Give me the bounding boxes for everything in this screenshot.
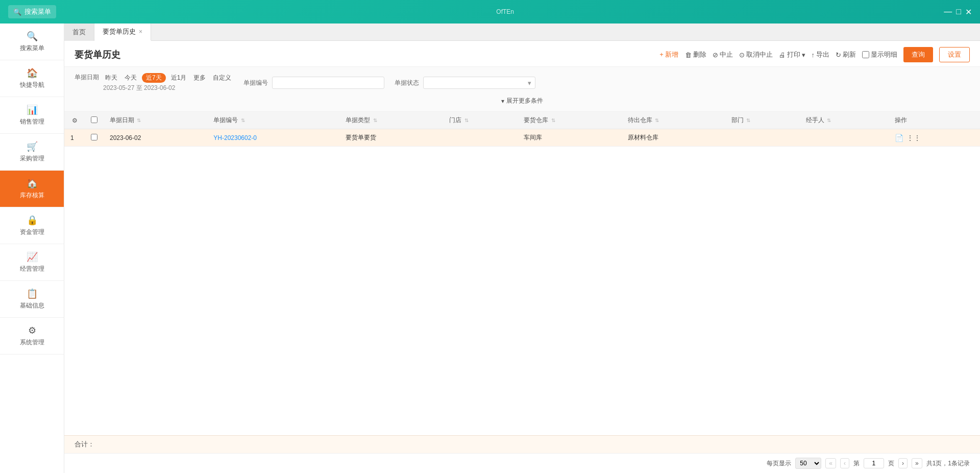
search-menu-icon: 🔍 [27,31,38,42]
bill-no-link[interactable]: YH-20230602-0 [213,134,257,141]
date-1month[interactable]: 近1月 [169,73,189,83]
col-dept-header: 部门 ⇅ [725,112,800,129]
tab-current[interactable]: 要货单历史 × [94,23,151,41]
sidebar-item-purchase[interactable]: 🛒 采购管理 [0,134,64,171]
expand-more-btn[interactable]: ▾ 展开更多条件 [75,97,970,105]
settings-icon[interactable]: ⚙ [72,117,78,124]
search-menu[interactable]: 🔍 搜索菜单 [8,5,56,18]
filter-area: 单据日期 昨天 今天 近7天 近1月 更多 自定义 2 [64,67,980,112]
export-button[interactable]: ↑ 导出 [812,50,830,59]
cancel-stop-icon: ⊙ [739,51,745,59]
sidebar-item-label: 库存核算 [20,191,44,200]
last-page-btn[interactable]: » [912,458,922,468]
window-controls: — □ ✕ [944,7,972,17]
home-icon: 🏠 [27,67,38,79]
export-icon: ↑ [812,51,815,59]
sidebar-item-inventory[interactable]: 🏠 库存核算 [0,171,64,207]
sidebar-item-label: 经营管理 [20,265,44,273]
table-row: 1 2023-06-02 YH-20230602-0 要货单要货 [64,129,980,147]
cancel-stop-button[interactable]: ⊙ 取消中止 [739,50,773,59]
row-handler [800,129,889,147]
footer-total: 合计： [64,435,980,453]
tab-home[interactable]: 首页 [64,23,94,41]
page-label: 第 [853,459,860,468]
date-7days[interactable]: 近7天 [142,73,166,83]
bill-no-label: 单据编号 [243,79,268,87]
date-range: 2023-05-27 至 2023-06-02 [103,84,233,92]
page-size-select[interactable]: 50 100 [795,458,821,469]
row-department [725,129,800,147]
col-settings-header: ⚙ [64,112,85,129]
store-sort-icon[interactable]: ⇅ [464,117,469,123]
sidebar-item-search[interactable]: 🔍 搜索菜单 [0,23,64,60]
display-cell-button[interactable]: 显示明细 [862,50,897,59]
page-title: 要货单历史 [75,49,120,61]
reqwarehouse-sort-icon[interactable]: ⇅ [551,117,555,123]
date-sort-icon[interactable]: ⇅ [137,117,141,123]
toolbar: + 新增 🗑 删除 ⊘ 中止 ⊙ 取消中止 [659,47,970,62]
row-num: 1 [64,129,85,147]
tab-current-label: 要货单历史 [103,27,136,36]
sidebar-item-operation[interactable]: 📈 经营管理 [0,244,64,281]
row-bill-no: YH-20230602-0 [207,129,339,147]
more-action-icon[interactable]: ⋮⋮ [906,134,921,142]
stop-button[interactable]: ⊘ 中止 [713,50,733,59]
minimize-button[interactable]: — [944,7,952,16]
sidebar-item-label: 基础信息 [20,301,44,310]
col-store-header: 门店 ⇅ [443,112,518,129]
date-yesterday[interactable]: 昨天 [103,73,119,83]
col-date-header: 单据日期 ⇅ [104,112,207,129]
refresh-button[interactable]: ↻ 刷新 [836,50,856,59]
query-button[interactable]: 查询 [903,47,933,62]
page-content: 要货单历史 + 新增 🗑 删除 ⊘ 中止 ⊙ 取消中止 [64,41,980,473]
total-label: 合计： [75,440,94,448]
page-suffix: 页 [888,459,894,468]
page-input[interactable] [864,458,884,468]
display-cell-checkbox[interactable] [862,51,869,58]
pendingwarehouse-sort-icon[interactable]: ⇅ [655,117,659,123]
date-label: 单据日期 [75,73,99,82]
tab-close-icon[interactable]: × [139,28,142,35]
row-pending-warehouse: 原材料仓库 [622,129,725,147]
status-label: 单据状态 [395,79,419,87]
billno-sort-icon[interactable]: ⇅ [241,117,245,123]
date-today[interactable]: 今天 [122,73,139,83]
sidebar-item-shortcut[interactable]: 🏠 快捷导航 [0,60,64,97]
main-table: ⚙ 单据日期 ⇅ 单据编号 [64,112,980,147]
row-date: 2023-06-02 [104,129,207,147]
next-page-btn[interactable]: › [898,458,908,468]
row-action: 📄 ⋮⋮ [889,129,980,147]
view-action-icon[interactable]: 📄 [895,134,903,142]
handler-sort-icon[interactable]: ⇅ [827,117,831,123]
row-checkbox[interactable] [91,134,97,140]
sidebar-item-basic[interactable]: 📋 基础信息 [0,281,64,318]
action-icons: 📄 ⋮⋮ [895,134,974,142]
row-req-warehouse: 车间库 [518,129,621,147]
print-button[interactable]: 🖨 打印 ▾ [779,50,805,59]
delete-icon: 🗑 [685,51,692,59]
row-store [443,129,518,147]
first-page-btn[interactable]: « [825,458,836,468]
add-button[interactable]: + 新增 [659,50,678,59]
sidebar-item-sales[interactable]: 📊 销售管理 [0,97,64,134]
date-custom[interactable]: 自定义 [211,73,233,83]
close-button[interactable]: ✕ [965,7,972,17]
setting-button[interactable]: 设置 [939,47,970,62]
billtype-sort-icon[interactable]: ⇅ [373,117,377,123]
sidebar-item-system[interactable]: ⚙ 系统管理 [0,318,64,354]
select-all-checkbox[interactable] [91,116,97,123]
page-size-label: 每页显示 [767,459,791,468]
bill-no-input[interactable] [272,77,384,89]
maximize-button[interactable]: □ [956,7,961,16]
date-shortcuts: 昨天 今天 近7天 近1月 更多 自定义 [103,73,233,83]
dept-sort-icon[interactable]: ⇅ [746,117,750,123]
bill-no-filter: 单据编号 [243,77,384,89]
operation-icon: 📈 [27,251,38,263]
status-select[interactable] [423,77,535,89]
total-info: 共1页，1条记录 [926,459,970,468]
page-header: 要货单历史 + 新增 🗑 删除 ⊘ 中止 ⊙ 取消中止 [64,41,980,67]
prev-page-btn[interactable]: ‹ [840,458,849,468]
delete-button[interactable]: 🗑 删除 [685,50,706,59]
date-more[interactable]: 更多 [191,73,208,83]
sidebar-item-finance[interactable]: 🔒 资金管理 [0,207,64,244]
